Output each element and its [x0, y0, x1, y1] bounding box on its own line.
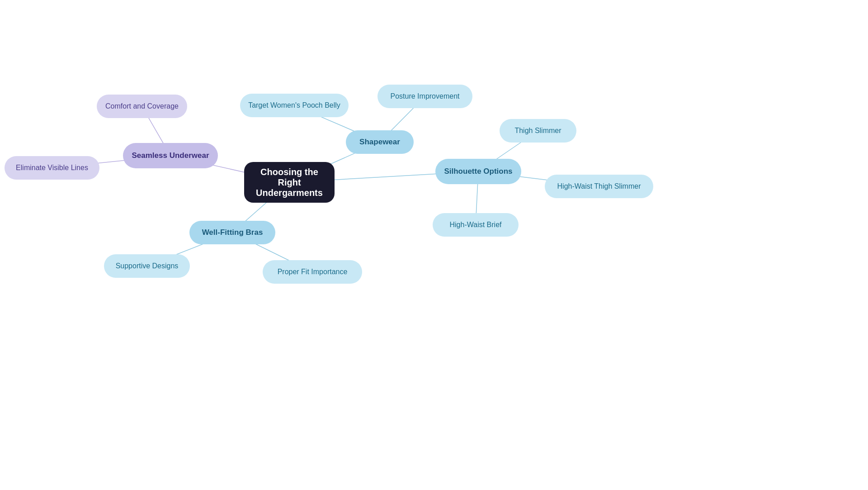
proper-fit-node[interactable]: Proper Fit Importance	[263, 260, 362, 284]
center-node[interactable]: Choosing the Right Undergarments	[244, 162, 335, 203]
shapewear-node[interactable]: Shapewear	[346, 130, 414, 154]
thigh-slimmer-node[interactable]: Thigh Slimmer	[500, 119, 576, 143]
thigh-slimmer-label: Thigh Slimmer	[514, 127, 561, 135]
well-fitting-bras-node[interactable]: Well-Fitting Bras	[189, 221, 275, 244]
seamless-underwear-label: Seamless Underwear	[132, 151, 209, 160]
high-waist-brief-label: High-Waist Brief	[450, 221, 502, 229]
high-waist-thigh-node[interactable]: High-Waist Thigh Slimmer	[545, 175, 653, 198]
target-pooch-node[interactable]: Target Women's Pooch Belly	[240, 94, 349, 117]
shapewear-label: Shapewear	[359, 138, 400, 147]
target-pooch-label: Target Women's Pooch Belly	[248, 101, 340, 109]
eliminate-visible-node[interactable]: Eliminate Visible Lines	[5, 156, 99, 180]
high-waist-brief-node[interactable]: High-Waist Brief	[433, 213, 519, 237]
silhouette-options-label: Silhouette Options	[444, 167, 512, 176]
posture-improvement-label: Posture Improvement	[391, 92, 460, 100]
seamless-underwear-node[interactable]: Seamless Underwear	[123, 143, 218, 168]
proper-fit-label: Proper Fit Importance	[278, 268, 348, 276]
supportive-designs-node[interactable]: Supportive Designs	[104, 254, 190, 278]
high-waist-thigh-label: High-Waist Thigh Slimmer	[557, 182, 641, 190]
comfort-coverage-label: Comfort and Coverage	[105, 102, 179, 110]
eliminate-visible-label: Eliminate Visible Lines	[16, 164, 88, 172]
comfort-coverage-node[interactable]: Comfort and Coverage	[97, 95, 187, 118]
center-label: Choosing the Right Undergarments	[253, 167, 326, 198]
supportive-designs-label: Supportive Designs	[116, 262, 179, 270]
well-fitting-bras-label: Well-Fitting Bras	[202, 228, 263, 237]
posture-improvement-node[interactable]: Posture Improvement	[377, 85, 472, 108]
silhouette-options-node[interactable]: Silhouette Options	[435, 159, 521, 184]
